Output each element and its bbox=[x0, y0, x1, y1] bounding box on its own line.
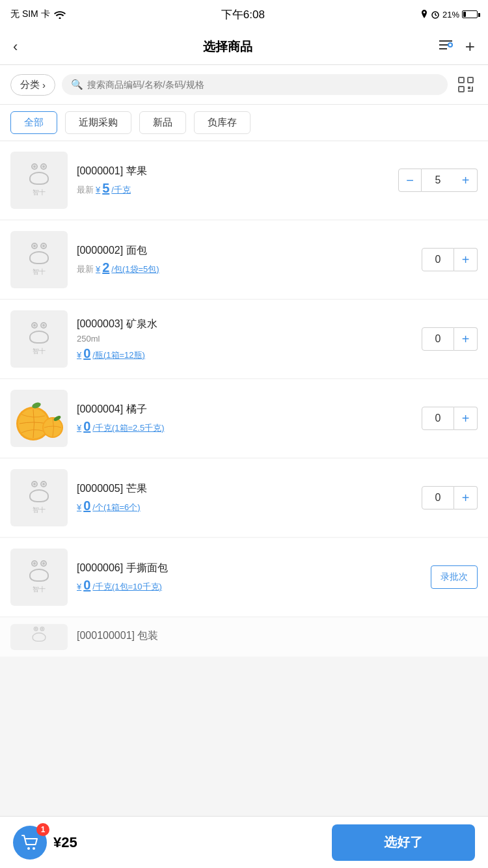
quantity-control: + bbox=[422, 248, 478, 271]
product-image bbox=[10, 624, 68, 650]
product-price-row: 最新 ¥ 2 /包(1袋=5包) bbox=[77, 260, 413, 275]
product-info: [000100001] 包装 bbox=[77, 629, 478, 645]
product-info: [0000003] 矿泉水 250ml ¥ 0 /瓶(1箱=12瓶) bbox=[77, 318, 413, 361]
search-input[interactable] bbox=[87, 79, 439, 90]
tab-new[interactable]: 新品 bbox=[139, 111, 186, 134]
increase-button[interactable]: + bbox=[454, 169, 478, 192]
quantity-control: + bbox=[422, 407, 478, 430]
price-unit: /千克(1箱=2.5千克) bbox=[92, 422, 164, 434]
product-image: 智十 bbox=[10, 549, 68, 606]
quantity-input[interactable] bbox=[422, 486, 454, 509]
product-image: 智十 bbox=[10, 310, 68, 368]
price-unit: /包(1袋=5包) bbox=[111, 264, 159, 275]
search-input-wrap: 🔍 bbox=[62, 74, 448, 95]
search-icon: 🔍 bbox=[71, 79, 83, 90]
product-item: 智十 [0000005] 芒果 ¥ 0 /个(1箱=6个) + bbox=[0, 459, 488, 537]
price-unit: /瓶(1箱=12瓶) bbox=[92, 349, 145, 361]
price-unit: /个(1箱=6个) bbox=[92, 502, 140, 513]
tab-all[interactable]: 全部 bbox=[10, 111, 57, 134]
price-unit: /千克 bbox=[111, 184, 131, 196]
svg-rect-9 bbox=[459, 87, 464, 92]
quantity-input[interactable] bbox=[422, 327, 454, 351]
increase-button[interactable]: + bbox=[454, 486, 478, 509]
product-spec: 250ml bbox=[77, 334, 413, 344]
product-item: [000100001] 包装 bbox=[0, 617, 488, 657]
product-item: [0000004] 橘子 ¥ 0 /千克(1箱=2.5千克) + bbox=[0, 379, 488, 457]
price-value: 0 bbox=[83, 419, 90, 434]
svg-line-2 bbox=[435, 15, 437, 16]
price-currency: ¥ bbox=[96, 264, 100, 274]
product-price-row: 最新 ¥ 5 /千克 bbox=[77, 181, 389, 196]
price-currency: ¥ bbox=[96, 185, 100, 195]
cart-area: 1 ¥25 bbox=[13, 826, 332, 860]
cart-button[interactable]: 1 bbox=[13, 826, 47, 860]
product-name: [000100001] 包装 bbox=[77, 629, 478, 643]
quantity-control: + bbox=[422, 327, 478, 351]
cart-badge: 1 bbox=[36, 823, 49, 836]
increase-button[interactable]: + bbox=[454, 327, 478, 351]
scan-button[interactable] bbox=[454, 73, 478, 96]
increase-button[interactable]: + bbox=[454, 248, 478, 271]
product-item: 智十 [0000001] 苹果 最新 ¥ 5 /千克 − + bbox=[0, 141, 488, 219]
carrier-text: 无 SIM 卡 bbox=[10, 8, 50, 20]
quantity-input[interactable] bbox=[422, 169, 454, 192]
product-price-row: ¥ 0 /千克(1箱=2.5千克) bbox=[77, 419, 413, 434]
svg-rect-12 bbox=[468, 90, 472, 92]
quantity-input[interactable] bbox=[422, 248, 454, 271]
svg-point-21 bbox=[33, 847, 35, 850]
product-name: [0000005] 芒果 bbox=[77, 482, 413, 496]
price-value: 0 bbox=[83, 578, 90, 593]
price-value: 0 bbox=[83, 346, 90, 361]
product-item: 智十 [0000003] 矿泉水 250ml ¥ 0 /瓶(1箱=12瓶) + bbox=[0, 300, 488, 378]
product-name: [0000001] 苹果 bbox=[77, 165, 389, 178]
confirm-button[interactable]: 选好了 bbox=[332, 824, 475, 861]
svg-point-6 bbox=[448, 43, 452, 47]
status-time: 下午6:08 bbox=[221, 7, 265, 22]
svg-point-20 bbox=[27, 847, 30, 850]
product-info: [0000006] 手撕面包 ¥ 0 /千克(1包=10千克) bbox=[77, 562, 422, 593]
nav-bar: ‹ 选择商品 + bbox=[0, 29, 488, 65]
product-price-row: ¥ 0 /瓶(1箱=12瓶) bbox=[77, 346, 413, 361]
category-button[interactable]: 分类 › bbox=[10, 74, 55, 96]
quantity-control: + bbox=[422, 486, 478, 509]
price-currency: ¥ bbox=[77, 582, 81, 591]
svg-point-18 bbox=[44, 418, 62, 437]
product-info: [0000002] 面包 最新 ¥ 2 /包(1袋=5包) bbox=[77, 244, 413, 275]
product-info: [0000001] 苹果 最新 ¥ 5 /千克 bbox=[77, 165, 389, 196]
product-image: 智十 bbox=[10, 152, 68, 209]
product-image: 智十 bbox=[10, 469, 68, 526]
status-bar: 无 SIM 卡 下午6:08 21% bbox=[0, 0, 488, 29]
tab-negative[interactable]: 负库存 bbox=[194, 111, 251, 134]
product-info: [0000004] 橘子 ¥ 0 /千克(1箱=2.5千克) bbox=[77, 403, 413, 434]
price-currency: ¥ bbox=[77, 502, 81, 512]
increase-button[interactable]: + bbox=[454, 407, 478, 430]
batch-button[interactable]: 录批次 bbox=[431, 565, 478, 589]
svg-rect-8 bbox=[468, 77, 473, 83]
price-label: 最新 bbox=[77, 184, 94, 196]
price-currency: ¥ bbox=[77, 423, 81, 433]
filter-tabs: 全部 近期采购 新品 负库存 bbox=[0, 105, 488, 141]
battery-icon bbox=[462, 10, 478, 18]
page-title: 选择商品 bbox=[203, 38, 252, 55]
svg-rect-11 bbox=[472, 87, 473, 92]
svg-rect-10 bbox=[468, 87, 470, 89]
filter-icon[interactable] bbox=[438, 38, 454, 56]
product-info: [0000005] 芒果 ¥ 0 /个(1箱=6个) bbox=[77, 482, 413, 513]
price-value: 0 bbox=[83, 498, 90, 513]
bottom-bar: 1 ¥25 选好了 bbox=[0, 816, 488, 868]
add-button[interactable]: + bbox=[465, 36, 475, 57]
tab-recent[interactable]: 近期采购 bbox=[65, 111, 131, 134]
product-item: 智十 [0000006] 手撕面包 ¥ 0 /千克(1包=10千克) 录批次 bbox=[0, 538, 488, 616]
quantity-input[interactable] bbox=[422, 407, 454, 430]
quantity-control: − + bbox=[398, 169, 478, 192]
wifi-icon bbox=[54, 10, 66, 19]
status-right: 21% bbox=[420, 10, 478, 20]
product-image: 智十 bbox=[10, 231, 68, 288]
cart-total: ¥25 bbox=[53, 834, 77, 851]
back-button[interactable]: ‹ bbox=[13, 38, 18, 55]
price-value: 2 bbox=[102, 260, 109, 275]
battery-text: 21% bbox=[442, 10, 459, 20]
product-name: [0000004] 橘子 bbox=[77, 403, 413, 416]
decrease-button[interactable]: − bbox=[398, 169, 422, 192]
price-unit: /千克(1包=10千克) bbox=[92, 581, 162, 593]
